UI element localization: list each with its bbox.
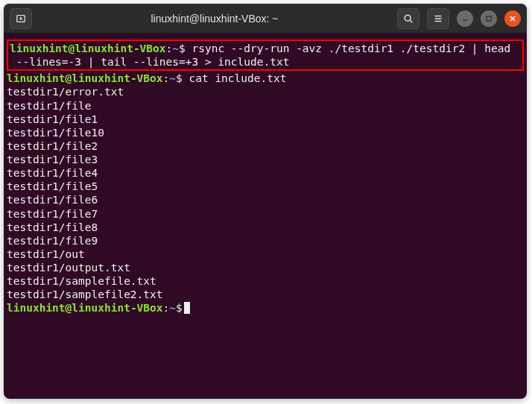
- prompt-at: @: [66, 302, 72, 314]
- command-line-2: linuxhint@linuxhint-VBox:~$ cat include.…: [7, 72, 524, 85]
- new-tab-button[interactable]: [10, 8, 32, 29]
- command-1-cont-text: --lines=-3 | tail --lines=+3 > include.t…: [10, 56, 289, 68]
- output-line: testdir1/error.txt: [7, 85, 524, 98]
- window-titlebar: linuxhint@linuxhint-VBox: ~: [4, 4, 527, 34]
- output-line: testdir1/file6: [7, 193, 524, 206]
- prompt-path: ~: [169, 72, 176, 84]
- prompt-colon: :: [166, 42, 173, 54]
- command-1-text: rsync --dry-run -avz ./testdir1 ./testdi…: [186, 42, 511, 54]
- cursor: [184, 302, 190, 314]
- hamburger-icon: [433, 13, 443, 24]
- command-line-1: linuxhint@linuxhint-VBox:~$ rsync --dry-…: [10, 42, 521, 55]
- output-line: testdir1/file1: [7, 113, 524, 126]
- prompt-line-empty: linuxhint@linuxhint-VBox:~$: [7, 301, 524, 315]
- minimize-icon: [461, 15, 469, 22]
- prompt-dollar: $: [179, 42, 186, 54]
- maximize-icon: [485, 15, 493, 22]
- prompt-host: linuxhint-VBox: [72, 72, 162, 84]
- prompt-host: linuxhint-VBox: [75, 42, 165, 54]
- prompt-colon: :: [163, 302, 170, 314]
- terminal-window: linuxhint@linuxhint-VBox: ~: [4, 4, 527, 399]
- prompt-path: ~: [172, 42, 179, 54]
- output-line: testdir1/file4: [7, 166, 524, 180]
- output-line: testdir1/file3: [7, 153, 524, 166]
- prompt-at: @: [69, 42, 75, 54]
- minimize-button[interactable]: [457, 10, 473, 27]
- command-2-text: cat include.txt: [183, 72, 287, 84]
- output-line: testdir1/samplefile2.txt: [7, 288, 524, 301]
- prompt-dollar: $: [176, 302, 183, 314]
- output-line: testdir1/file7: [7, 207, 524, 221]
- prompt-user: linuxhint: [7, 72, 66, 84]
- prompt-host: linuxhint-VBox: [72, 302, 162, 314]
- svg-rect-2: [487, 16, 491, 21]
- svg-point-1: [405, 15, 411, 21]
- close-button[interactable]: [504, 10, 521, 27]
- terminal-body[interactable]: linuxhint@linuxhint-VBox:~$ rsync --dry-…: [4, 34, 527, 399]
- output-line: testdir1/output.txt: [7, 261, 524, 274]
- search-button[interactable]: [397, 8, 419, 29]
- output-line: testdir1/file: [7, 99, 524, 113]
- prompt-user: linuxhint: [7, 302, 66, 314]
- output-line: testdir1/file2: [7, 139, 524, 153]
- prompt-at: @: [66, 72, 72, 84]
- highlighted-command-block: linuxhint@linuxhint-VBox:~$ rsync --dry-…: [7, 40, 524, 71]
- output-line: testdir1/samplefile.txt: [7, 274, 524, 288]
- prompt-colon: :: [163, 72, 170, 84]
- window-title: linuxhint@linuxhint-VBox: ~: [32, 13, 397, 25]
- output-line: testdir1/file8: [7, 221, 524, 234]
- close-icon: [509, 15, 516, 22]
- prompt-user: linuxhint: [10, 42, 69, 54]
- maximize-button[interactable]: [481, 10, 497, 27]
- output-line: testdir1/file10: [7, 126, 524, 139]
- command-line-1-cont: --lines=-3 | tail --lines=+3 > include.t…: [10, 55, 521, 69]
- prompt-dollar: $: [176, 72, 183, 84]
- output-line: testdir1/file9: [7, 234, 524, 247]
- menu-button[interactable]: [427, 8, 449, 29]
- output-line: testdir1/file5: [7, 180, 524, 193]
- output-line: testdir1/out: [7, 247, 524, 261]
- search-icon: [403, 13, 414, 24]
- prompt-path: ~: [169, 302, 176, 314]
- titlebar-right-controls: [397, 8, 521, 29]
- titlebar-left-controls: [10, 8, 32, 29]
